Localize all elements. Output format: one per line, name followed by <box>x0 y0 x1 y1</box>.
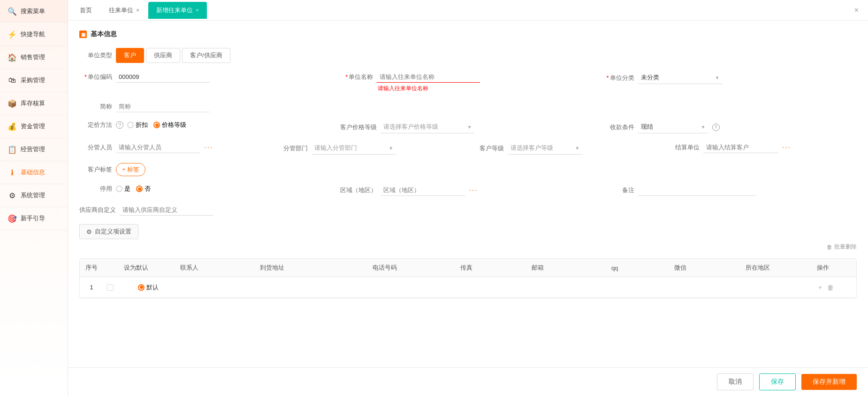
unit-type-row: 单位类型 客户 供应商 客户/供应商 <box>79 48 857 63</box>
type-btn-both[interactable]: 客户/供应商 <box>182 48 230 63</box>
customer-price-select[interactable]: 请选择客户价格等级 ▼ <box>381 121 474 133</box>
row-qq[interactable] <box>608 277 670 298</box>
unit-code-label: 单位编码 <box>79 73 112 81</box>
supplier-custom-input[interactable] <box>120 204 213 216</box>
table-header: 序号 设为默认 联系人 到货地址 电话号码 传真 邮箱 qq 微信 所在地区 操… <box>80 259 856 277</box>
custom-settings-button[interactable]: ⚙ 自定义项设置 <box>79 224 138 239</box>
tag-label: 客户标签 <box>79 165 112 174</box>
payment-terms-select[interactable]: 现结 ▼ <box>638 121 708 133</box>
unit-name-input[interactable] <box>377 71 480 83</box>
row-phone[interactable] <box>369 277 457 298</box>
dept-select[interactable]: 请输入分管部门 ▼ <box>312 142 396 155</box>
cancel-button[interactable]: 取消 <box>717 373 754 390</box>
search-icon: 🔍 <box>8 7 17 16</box>
delete-row-button[interactable]: 🗑 <box>827 284 834 291</box>
qq-input[interactable] <box>611 282 640 293</box>
email-input[interactable] <box>532 282 569 293</box>
tag-row: 客户标签 + 标签 <box>79 163 857 176</box>
manager-input[interactable] <box>116 142 200 153</box>
manager-row: 分管人员 ··· 分管部门 请输入分管部门 ▼ 客户等级 请选择客户等级 ▼ 结… <box>79 142 857 155</box>
customer-level-field: 客户等级 请选择客户等级 ▼ <box>471 142 661 155</box>
tab-home-label: 首页 <box>80 6 92 15</box>
sidebar-item-finance[interactable]: 💰 资金管理 <box>0 115 68 138</box>
disable-no-radio[interactable]: 否 <box>136 185 151 193</box>
add-row-button[interactable]: ＋ <box>817 283 823 292</box>
type-btn-supplier[interactable]: 供应商 <box>146 48 180 63</box>
tab-home[interactable]: 首页 <box>72 2 100 19</box>
level-radio-circle <box>153 122 160 128</box>
sidebar-item-inventory[interactable]: 📦 库存核算 <box>0 92 68 115</box>
col-phone: 电话号码 <box>369 259 457 277</box>
action-buttons: ＋ 🗑 <box>817 283 853 292</box>
batch-delete-button[interactable]: 🗑 批量删除 <box>827 243 857 251</box>
unit-code-input[interactable] <box>116 71 210 83</box>
save-and-new-button[interactable]: 保存并新增 <box>801 374 857 390</box>
customer-level-select[interactable]: 请选择客户等级 ▼ <box>508 142 583 155</box>
guide-icon: 🎯 <box>8 214 17 223</box>
unit-category-value: 未分类 <box>641 73 659 82</box>
region-input[interactable] <box>381 185 465 196</box>
gear-icon: ⚙ <box>86 228 92 235</box>
region-label: 区域（地区） <box>340 186 377 194</box>
row-region-input[interactable] <box>746 282 778 293</box>
remark-input[interactable] <box>638 185 755 196</box>
row-checkbox[interactable] <box>103 277 120 298</box>
row-default-radio[interactable]: 默认 <box>124 283 173 292</box>
row-contact[interactable] <box>176 277 256 298</box>
pricing-row: 定价方法 ? 折扣 价格等级 客户价格等级 请选择客户价格等级 <box>79 121 857 133</box>
pricing-level-radio[interactable]: 价格等级 <box>153 121 186 129</box>
sidebar-item-operations[interactable]: 📋 经营管理 <box>0 138 68 161</box>
sidebar-item-quicknav[interactable]: ⚡ 快捷导航 <box>0 23 68 46</box>
remark-field: 备注 <box>602 185 857 196</box>
fax-input[interactable] <box>460 282 493 293</box>
short-name-row: 简称 <box>79 101 857 112</box>
window-close-button[interactable]: × <box>849 6 864 15</box>
tab-partners-close[interactable]: × <box>136 7 139 14</box>
row-wechat[interactable] <box>670 277 742 298</box>
disable-yes-radio[interactable]: 是 <box>116 185 130 193</box>
short-name-input[interactable] <box>116 101 210 112</box>
save-button[interactable]: 保存 <box>759 373 796 390</box>
add-tag-button[interactable]: + 标签 <box>116 163 145 176</box>
short-name-field: 简称 <box>79 101 857 112</box>
sidebar-item-system[interactable]: ⚙ 系统管理 <box>0 184 68 207</box>
dept-placeholder: 请输入分管部门 <box>314 144 357 152</box>
sidebar-item-sales[interactable]: 🏠 销售管理 <box>0 46 68 69</box>
contact-table-wrapper: 序号 设为默认 联系人 到货地址 电话号码 传真 邮箱 qq 微信 所在地区 操… <box>79 258 857 298</box>
unit-type-buttons: 客户 供应商 客户/供应商 <box>116 48 230 63</box>
row-fax[interactable] <box>457 277 528 298</box>
tab-bar: 首页 往来单位 × 新增往来单位 × × <box>68 0 868 21</box>
row-region[interactable] <box>742 277 813 298</box>
contact-input[interactable] <box>180 282 218 293</box>
phone-input[interactable] <box>373 282 415 293</box>
payment-terms-help-icon[interactable]: ? <box>712 124 720 131</box>
tab-partners[interactable]: 往来单位 × <box>101 2 147 19</box>
disable-row: 停用 是 否 区域（地区） ··· 备注 <box>79 185 857 196</box>
col-email: 邮箱 <box>528 259 608 277</box>
remark-label: 备注 <box>602 186 634 194</box>
pricing-discount-radio[interactable]: 折扣 <box>127 121 148 129</box>
sidebar-item-purchase[interactable]: 🛍 采购管理 <box>0 69 68 92</box>
row-checkbox-box[interactable] <box>107 284 114 291</box>
tab-new-partner-close[interactable]: × <box>196 7 199 14</box>
address-input[interactable] <box>260 282 316 293</box>
supplier-custom-row: 供应商自定义 <box>79 204 857 216</box>
sidebar-item-guide[interactable]: 🎯 新手引导 <box>0 207 68 230</box>
sidebar-item-operations-label: 经营管理 <box>21 145 45 154</box>
sidebar-item-search[interactable]: 🔍 搜索菜单 <box>0 0 68 23</box>
settlement-more-icon[interactable]: ··· <box>782 143 791 152</box>
manager-more-icon[interactable]: ··· <box>204 143 213 152</box>
region-more-icon[interactable]: ··· <box>469 186 478 194</box>
wechat-input[interactable] <box>674 282 707 293</box>
tab-new-partner[interactable]: 新增往来单位 × <box>148 2 207 19</box>
unit-name-label: 单位名称 <box>340 73 373 81</box>
unit-category-select[interactable]: 未分类 ▼ <box>638 71 723 84</box>
pricing-help-icon[interactable]: ? <box>116 121 123 129</box>
row-email[interactable] <box>528 277 608 298</box>
section-icon: ▣ <box>79 31 87 38</box>
row-address[interactable] <box>256 277 369 298</box>
type-btn-customer[interactable]: 客户 <box>116 48 144 63</box>
sidebar-item-basicinfo[interactable]: ℹ 基础信息 <box>0 161 68 184</box>
settlement-unit-input[interactable] <box>703 142 778 153</box>
section-header: ▣ 基本信息 <box>79 30 857 39</box>
